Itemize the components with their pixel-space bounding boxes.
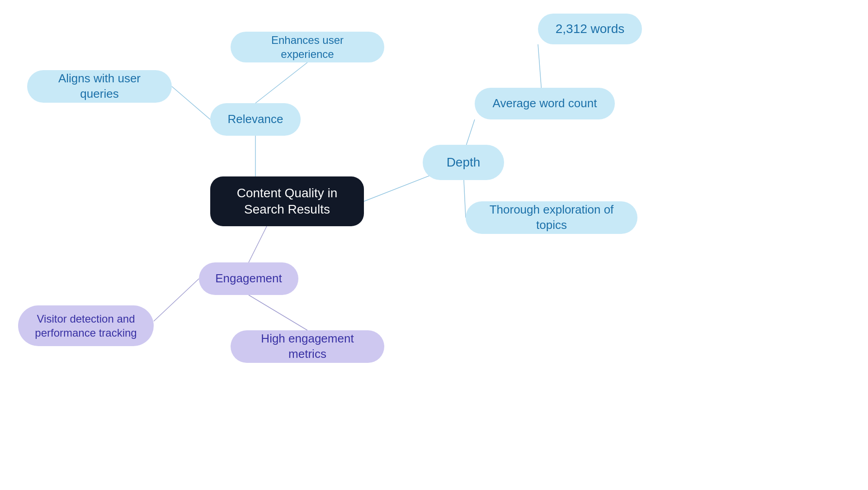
words-node: 2,312 words xyxy=(538,14,642,44)
enhances-label: Enhances user experience xyxy=(245,33,370,61)
visitor-node: Visitor detection and performance tracki… xyxy=(18,305,154,346)
enhances-node: Enhances user experience xyxy=(231,32,384,62)
highengagement-label: High engagement metrics xyxy=(245,331,370,362)
engagement-node: Engagement xyxy=(199,262,298,295)
center-label: Content Quality in Search Results xyxy=(225,185,349,218)
svg-line-1 xyxy=(255,62,307,103)
visitor-label: Visitor detection and performance tracki… xyxy=(33,312,139,340)
aligns-node: Aligns with user queries xyxy=(27,70,172,103)
aligns-label: Aligns with user queries xyxy=(42,71,157,102)
thorough-label: Thorough exploration of topics xyxy=(480,202,623,233)
words-label: 2,312 words xyxy=(556,21,625,37)
relevance-label: Relevance xyxy=(228,112,283,127)
svg-line-8 xyxy=(154,279,199,321)
center-node: Content Quality in Search Results xyxy=(210,176,364,226)
svg-line-2 xyxy=(172,86,210,119)
svg-line-7 xyxy=(249,226,267,262)
highengagement-node: High engagement metrics xyxy=(231,330,384,363)
depth-node: Depth xyxy=(423,145,504,180)
svg-line-9 xyxy=(249,295,307,330)
wordcount-node: Average word count xyxy=(475,88,615,119)
thorough-node: Thorough exploration of topics xyxy=(466,201,637,234)
engagement-label: Engagement xyxy=(215,271,282,286)
depth-label: Depth xyxy=(447,154,481,171)
relevance-node: Relevance xyxy=(210,103,301,136)
wordcount-label: Average word count xyxy=(493,96,597,111)
